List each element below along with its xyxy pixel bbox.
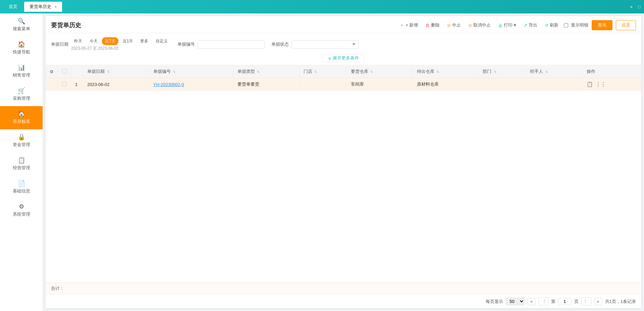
tab-order-history[interactable]: 要货单历史 × — [24, 2, 62, 12]
th-num — [71, 65, 83, 78]
date-btn-custom[interactable]: 自定义 — [153, 37, 171, 45]
sort-arrows-handler: ⇅ — [545, 70, 548, 74]
delete-icon: 🗑 — [425, 23, 430, 28]
sidebar-item-search-menu[interactable]: 🔍 搜索菜单 — [0, 13, 43, 37]
date-filter: 单据日期 昨天 今天 近7天 近1月 更多 自定义 2023-05-27 至 2… — [51, 37, 171, 51]
date-filter-controls: 昨天 今天 近7天 近1月 更多 自定义 2023-05-27 至 2023-0… — [71, 37, 171, 51]
sort-arrows-order-type: ⇅ — [257, 70, 260, 74]
show-detail-checkbox[interactable] — [564, 23, 568, 28]
date-btn-more[interactable]: 更多 — [137, 37, 151, 45]
action-buttons: 📋 ⋮⋮ — [587, 81, 637, 87]
page-header: 要货单历史 ＋ + 新增 🗑 删除 ⊘ 中止 ⊘ 取消中止 — [46, 16, 641, 33]
lock-icon: 🔒 — [18, 134, 25, 140]
th-order-type[interactable]: 单据类型 ⇅ — [233, 65, 299, 78]
date-btn-1month[interactable]: 近1月 — [120, 37, 136, 45]
settings-button[interactable]: 设置 — [616, 20, 636, 30]
inventory-icon: 🏠 — [18, 111, 25, 117]
content-area: 要货单历史 ＋ + 新增 🗑 删除 ⊘ 中止 ⊘ 取消中止 — [46, 16, 641, 308]
status-label: 单据状态 — [271, 41, 289, 47]
row-checkbox[interactable] — [62, 82, 67, 86]
td-num: 1 — [71, 78, 83, 91]
th-checkbox — [58, 65, 71, 78]
window-maximize-btn[interactable]: □ — [638, 4, 641, 9]
table-container: ⚙ 单据日期 ⇅ 单据编号 ⇅ — [46, 65, 641, 282]
date-filter-label: 单据日期 — [51, 41, 68, 47]
page-label: 第 — [551, 299, 555, 305]
print-button[interactable]: 🖨 打印 ▾ — [496, 21, 518, 30]
th-handler[interactable]: 经手人 ⇅ — [526, 65, 583, 78]
refresh-icon: ↺ — [545, 23, 548, 28]
table-header-row: ⚙ 单据日期 ⇅ 单据编号 ⇅ — [46, 65, 641, 78]
order-no-input[interactable] — [198, 40, 265, 49]
date-range-text: 2023-05-27 至 2023-06-02 — [71, 46, 171, 51]
order-no-label: 单据编号 — [177, 41, 195, 47]
td-handler — [526, 78, 583, 91]
sidebar-item-operation-mgmt[interactable]: 📋 经营管理 — [0, 152, 43, 176]
th-pending-warehouse[interactable]: 待出仓库 ⇅ — [413, 65, 479, 78]
stop-icon: ⊘ — [447, 23, 451, 28]
top-bar-right: × □ — [630, 4, 641, 9]
last-page-button[interactable]: » — [594, 298, 602, 305]
sidebar-item-purchase-mgmt[interactable]: 🛒 采购管理 — [0, 83, 43, 106]
filter-area: 单据日期 昨天 今天 近7天 近1月 更多 自定义 2023-05-27 至 2… — [46, 33, 641, 65]
sidebar-item-system-mgmt[interactable]: ⚙ 系统管理 — [0, 199, 43, 222]
tab-close-icon[interactable]: × — [55, 5, 57, 9]
table-body: 1 2023-06-02 YH-20230602-0 要货单要货 — [46, 78, 641, 91]
delete-button[interactable]: 🗑 删除 — [423, 21, 442, 30]
date-btn-today[interactable]: 今天 — [87, 37, 101, 45]
sidebar-item-sales-mgmt[interactable]: 📊 销售管理 — [0, 60, 43, 83]
export-button[interactable]: ↗ 导出 — [522, 21, 539, 30]
edit-action-icon[interactable]: 📋 — [587, 81, 593, 87]
td-checkbox — [58, 78, 71, 91]
date-btn-7days[interactable]: 近7天 — [102, 37, 118, 45]
page-number-input[interactable] — [558, 298, 572, 305]
expand-more-button[interactable]: ∨ 展开更多条件 — [322, 54, 365, 62]
expand-more: ∨ 展开更多条件 — [51, 54, 636, 62]
th-request-warehouse[interactable]: 要货仓库 ⇅ — [346, 65, 413, 78]
td-actions: 📋 ⋮⋮ — [583, 78, 641, 91]
cancel-stop-icon: ⊘ — [468, 23, 472, 28]
td-store — [299, 78, 346, 91]
th-order-no[interactable]: 单据编号 ⇅ — [149, 65, 233, 78]
sidebar: 🔍 搜索菜单 🏠 快捷导航 📊 销售管理 🛒 采购管理 🏠 库存核算 🔒 资金管… — [0, 13, 43, 311]
stop-button[interactable]: ⊘ 中止 — [445, 21, 463, 30]
td-date: 2023-06-02 — [83, 78, 149, 91]
sort-arrows-date: ⇅ — [107, 70, 110, 74]
sidebar-item-finance-mgmt[interactable]: 🔒 资金管理 — [0, 129, 43, 152]
query-button[interactable]: 查询 — [592, 20, 612, 30]
clipboard-icon: 📋 — [18, 157, 25, 163]
th-settings[interactable]: ⚙ — [46, 65, 58, 78]
prev-page-button[interactable]: 〈 — [538, 297, 548, 306]
show-detail-label[interactable]: 显示明细 — [564, 22, 588, 28]
date-btn-yesterday[interactable]: 昨天 — [71, 37, 85, 45]
th-store[interactable]: 门店 ⇅ — [299, 65, 346, 78]
th-department[interactable]: 部门 ⇅ — [479, 65, 526, 78]
sort-arrows-store: ⇅ — [314, 70, 317, 74]
header-checkbox[interactable] — [62, 69, 67, 74]
next-page-button[interactable]: 〉 — [581, 297, 591, 306]
tab-home[interactable]: 首页 — [3, 2, 23, 12]
td-settings — [46, 78, 58, 91]
sidebar-item-basic-info[interactable]: 📄 基础信息 — [0, 176, 43, 199]
sidebar-item-shortcut-nav[interactable]: 🏠 快捷导航 — [0, 37, 43, 60]
footer-total: 合计： — [46, 282, 641, 294]
page-summary: 共1页，1条记录 — [605, 299, 636, 305]
window-close-btn[interactable]: × — [630, 4, 633, 9]
status-select[interactable] — [291, 40, 359, 49]
plus-icon: ＋ — [400, 22, 404, 28]
sidebar-item-inventory[interactable]: 🏠 库存核算 — [0, 106, 43, 129]
cancel-stop-button[interactable]: ⊘ 取消中止 — [466, 21, 493, 30]
home-icon: 🏠 — [18, 41, 25, 47]
th-date[interactable]: 单据日期 ⇅ — [83, 65, 149, 78]
first-page-button[interactable]: « — [527, 298, 536, 305]
filter-row: 单据日期 昨天 今天 近7天 近1月 更多 自定义 2023-05-27 至 2… — [51, 37, 636, 51]
new-button[interactable]: ＋ + 新增 — [398, 21, 420, 30]
page-size-select[interactable]: 20 50 100 — [506, 298, 525, 305]
order-no-link[interactable]: YH-20230602-0 — [153, 82, 184, 87]
page-title: 要货单历史 — [51, 21, 81, 29]
document-icon: 📄 — [18, 180, 25, 186]
gear-icon: ⚙ — [19, 204, 24, 210]
more-action-icon[interactable]: ⋮⋮ — [596, 81, 606, 87]
refresh-button[interactable]: ↺ 刷新 — [543, 21, 560, 30]
pagination: 每页显示 20 50 100 « 〈 第 页 〉 » 共1页，1条记录 — [46, 294, 641, 308]
